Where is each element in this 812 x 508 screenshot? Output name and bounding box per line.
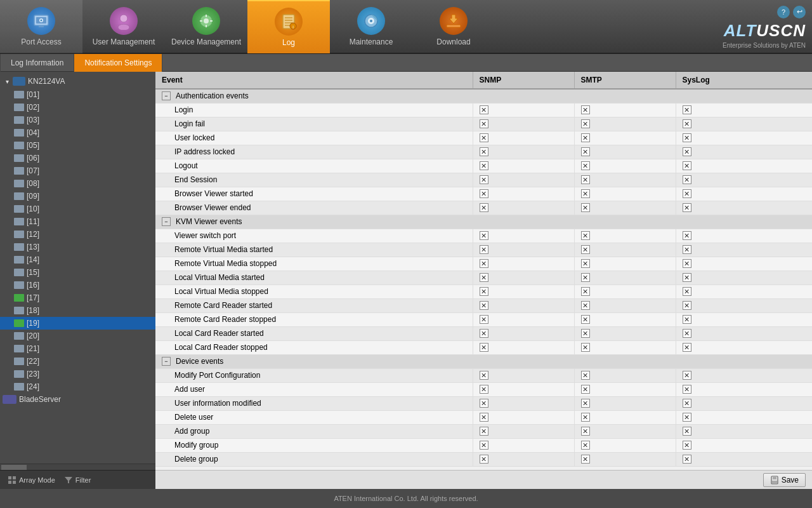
snmp-checkbox[interactable]: ✕ <box>480 189 488 198</box>
sidebar-item-20[interactable]: [20] <box>0 330 155 342</box>
smtp-checkbox[interactable]: ✕ <box>581 427 590 436</box>
snmp-checkbox[interactable]: ✕ <box>480 147 488 156</box>
syslog-checkbox[interactable]: ✕ <box>683 385 691 394</box>
cell-syslog[interactable]: ✕ <box>676 382 812 396</box>
cell-smtp[interactable]: ✕ <box>574 131 676 145</box>
cell-snmp[interactable]: ✕ <box>473 187 574 201</box>
sidebar-item-13[interactable]: [13] <box>0 241 155 253</box>
tab-log-information[interactable]: Log Information <box>0 54 74 72</box>
smtp-checkbox[interactable]: ✕ <box>581 259 590 268</box>
snmp-checkbox[interactable]: ✕ <box>480 441 488 450</box>
save-button[interactable]: Save <box>763 473 806 487</box>
cell-snmp[interactable]: ✕ <box>473 410 574 424</box>
help-icon[interactable]: ? <box>777 6 790 18</box>
cell-snmp[interactable]: ✕ <box>473 438 574 452</box>
sidebar-item-16[interactable]: [16] <box>0 279 155 291</box>
snmp-checkbox[interactable]: ✕ <box>480 259 488 268</box>
sidebar-item-11[interactable]: [11] <box>0 215 155 228</box>
cell-snmp[interactable]: ✕ <box>473 131 574 145</box>
smtp-checkbox[interactable]: ✕ <box>581 245 590 254</box>
cell-smtp[interactable]: ✕ <box>574 243 676 257</box>
cell-syslog[interactable]: ✕ <box>676 410 812 424</box>
smtp-checkbox[interactable]: ✕ <box>581 119 590 128</box>
smtp-checkbox[interactable]: ✕ <box>581 329 590 338</box>
smtp-checkbox[interactable]: ✕ <box>581 301 590 310</box>
cell-syslog[interactable]: ✕ <box>676 159 812 173</box>
sidebar-item-23[interactable]: [23] <box>0 368 155 380</box>
smtp-checkbox[interactable]: ✕ <box>581 273 590 282</box>
cell-syslog[interactable]: ✕ <box>676 452 812 466</box>
sidebar-item-21[interactable]: [21] <box>0 342 155 355</box>
snmp-checkbox[interactable]: ✕ <box>480 301 488 310</box>
smtp-checkbox[interactable]: ✕ <box>581 371 590 380</box>
cell-syslog[interactable]: ✕ <box>676 131 812 145</box>
sidebar-item-04[interactable]: [04] <box>0 126 155 139</box>
cell-snmp[interactable]: ✕ <box>473 103 574 117</box>
syslog-checkbox[interactable]: ✕ <box>683 301 691 310</box>
nav-log[interactable]: i Log <box>247 0 330 53</box>
sidebar-item-17[interactable]: [17] <box>0 291 155 304</box>
array-mode-button[interactable]: Array Mode <box>4 474 59 486</box>
syslog-checkbox[interactable]: ✕ <box>683 371 691 380</box>
smtp-checkbox[interactable]: ✕ <box>581 385 590 394</box>
smtp-checkbox[interactable]: ✕ <box>581 105 590 114</box>
cell-syslog[interactable]: ✕ <box>676 117 812 131</box>
nav-download[interactable]: Download <box>412 0 495 53</box>
cell-snmp[interactable]: ✕ <box>473 201 574 215</box>
sidebar-item-07[interactable]: [07] <box>0 164 155 177</box>
cell-syslog[interactable]: ✕ <box>676 312 812 326</box>
cell-syslog[interactable]: ✕ <box>676 424 812 438</box>
cell-smtp[interactable]: ✕ <box>574 340 676 354</box>
cell-snmp[interactable]: ✕ <box>473 424 574 438</box>
cell-smtp[interactable]: ✕ <box>574 410 676 424</box>
snmp-checkbox[interactable]: ✕ <box>480 399 488 408</box>
sidebar-item-blade[interactable]: BladeServer <box>0 393 155 406</box>
logout-icon[interactable]: ↩ <box>793 6 806 18</box>
smtp-checkbox[interactable]: ✕ <box>581 343 590 352</box>
cell-snmp[interactable]: ✕ <box>473 326 574 340</box>
cell-syslog[interactable]: ✕ <box>676 298 812 312</box>
syslog-checkbox[interactable]: ✕ <box>683 329 691 338</box>
syslog-checkbox[interactable]: ✕ <box>683 273 691 282</box>
snmp-checkbox[interactable]: ✕ <box>480 385 488 394</box>
cell-syslog[interactable]: ✕ <box>676 103 812 117</box>
cell-smtp[interactable]: ✕ <box>574 117 676 131</box>
cell-snmp[interactable]: ✕ <box>473 145 574 159</box>
smtp-checkbox[interactable]: ✕ <box>581 315 590 324</box>
syslog-checkbox[interactable]: ✕ <box>683 203 691 212</box>
smtp-checkbox[interactable]: ✕ <box>581 455 590 464</box>
cell-syslog[interactable]: ✕ <box>676 271 812 284</box>
cell-snmp[interactable]: ✕ <box>473 117 574 131</box>
cell-snmp[interactable]: ✕ <box>473 284 574 298</box>
syslog-checkbox[interactable]: ✕ <box>683 231 691 240</box>
snmp-checkbox[interactable]: ✕ <box>480 175 488 184</box>
sidebar-item-01[interactable]: [01] <box>0 88 155 101</box>
cell-snmp[interactable]: ✕ <box>473 271 574 284</box>
section-collapse-btn[interactable]: − <box>162 217 171 226</box>
sidebar-item-05[interactable]: [05] <box>0 139 155 152</box>
cell-smtp[interactable]: ✕ <box>574 396 676 410</box>
smtp-checkbox[interactable]: ✕ <box>581 441 590 450</box>
cell-snmp[interactable]: ✕ <box>473 312 574 326</box>
sidebar-item-09[interactable]: [09] <box>0 190 155 203</box>
smtp-checkbox[interactable]: ✕ <box>581 287 590 296</box>
sidebar-h-scrollbar[interactable] <box>0 464 143 470</box>
cell-snmp[interactable]: ✕ <box>473 452 574 466</box>
snmp-checkbox[interactable]: ✕ <box>480 245 488 254</box>
cell-snmp[interactable]: ✕ <box>473 159 574 173</box>
sidebar-item-03[interactable]: [03] <box>0 114 155 126</box>
syslog-checkbox[interactable]: ✕ <box>683 315 691 324</box>
syslog-checkbox[interactable]: ✕ <box>683 455 691 464</box>
section-collapse-btn[interactable]: − <box>162 91 171 100</box>
sidebar-h-scroll-thumb[interactable] <box>1 465 27 470</box>
cell-smtp[interactable]: ✕ <box>574 145 676 159</box>
smtp-checkbox[interactable]: ✕ <box>581 161 590 170</box>
snmp-checkbox[interactable]: ✕ <box>480 287 488 296</box>
cell-smtp[interactable]: ✕ <box>574 452 676 466</box>
cell-smtp[interactable]: ✕ <box>574 201 676 215</box>
cell-syslog[interactable]: ✕ <box>676 340 812 354</box>
syslog-checkbox[interactable]: ✕ <box>683 105 691 114</box>
cell-smtp[interactable]: ✕ <box>574 298 676 312</box>
smtp-checkbox[interactable]: ✕ <box>581 189 590 198</box>
cell-snmp[interactable]: ✕ <box>473 229 574 243</box>
